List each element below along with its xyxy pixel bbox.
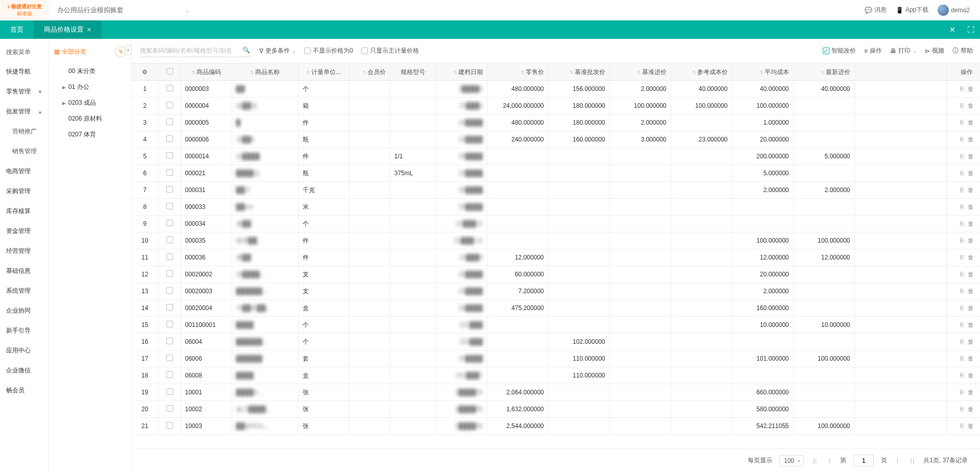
tree-node[interactable]: 0207 体育	[49, 127, 131, 143]
row-checkbox[interactable]	[158, 249, 181, 266]
row-checkbox[interactable]	[158, 283, 181, 300]
row-checkbox[interactable]	[158, 182, 181, 199]
table-row[interactable]: 10000003██个2████0480.000000156.0000002.0…	[132, 81, 980, 98]
delete-icon[interactable]: 🗑	[968, 186, 974, 194]
table-row[interactable]: 1200020002得████...支20████60.00000020.000…	[132, 266, 980, 283]
smart-price-toggle[interactable]: ✓智能改价	[823, 46, 856, 55]
sidebar-item[interactable]: 企业协同	[0, 301, 48, 321]
col-avgcost[interactable]: ⇅平均成本	[732, 64, 793, 81]
table-row[interactable]: 30000005█件20████480.000000180.0000002.00…	[132, 114, 980, 131]
copy-icon[interactable]: ⎘	[960, 102, 964, 109]
copy-icon[interactable]: ⎘	[960, 119, 964, 126]
sidebar-item[interactable]: 经营管理	[0, 241, 48, 261]
col-member[interactable]: ⇅会员价	[349, 64, 390, 81]
copy-icon[interactable]: ⎘	[960, 389, 964, 396]
table-row[interactable]: 1606004██████...个202███102.000000⎘🗑	[132, 334, 980, 350]
delete-icon[interactable]: 🗑	[968, 119, 974, 126]
table-row[interactable]: 1706006██████套20████110.000000101.000000…	[132, 350, 980, 367]
delete-icon[interactable]: 🗑	[968, 372, 974, 379]
row-checkbox[interactable]	[158, 165, 181, 182]
col-name[interactable]: ⇅商品名称	[232, 64, 298, 81]
row-checkbox[interactable]	[158, 114, 181, 131]
delete-icon[interactable]: 🗑	[968, 406, 974, 413]
tree-node[interactable]: ▶01 办公	[49, 79, 131, 95]
delete-icon[interactable]: 🗑	[968, 288, 974, 295]
sidebar-subitem[interactable]: 销售管理	[0, 141, 48, 161]
copy-icon[interactable]: ⎘	[960, 338, 964, 345]
table-row[interactable]: 2010002扬力████...张2████051,632.000000580.…	[132, 401, 980, 418]
sidebar-item[interactable]: 快捷导航	[0, 62, 48, 82]
price-table[interactable]: ⚙ ⇅商品编码 ⇅商品名称 ⇅计量单位... ⇅会员价 规格型号 ⇅建档日期 ⇅…	[132, 63, 980, 449]
delete-icon[interactable]: 🗑	[968, 170, 974, 177]
sidebar-item[interactable]: 应用中心	[0, 341, 48, 361]
copy-icon[interactable]: ⎘	[960, 304, 964, 312]
chevron-down-icon[interactable]: ⌄	[185, 7, 190, 14]
col-code[interactable]: ⇅商品编码	[181, 64, 232, 81]
table-row[interactable]: 10000035玻璃██件20███-13100.000000100.00000…	[132, 232, 980, 249]
collapse-tree-button[interactable]: «	[125, 45, 132, 55]
sidebar-item[interactable]: 系统管理	[0, 281, 48, 301]
print-button[interactable]: 🖶打印⌄	[890, 46, 917, 55]
row-checkbox[interactable]	[158, 334, 181, 350]
row-checkbox[interactable]	[158, 367, 181, 384]
copy-icon[interactable]: ⎘	[960, 321, 964, 328]
next-page-button[interactable]: ⟩	[894, 457, 901, 464]
delete-icon[interactable]: 🗑	[968, 203, 974, 210]
table-row[interactable]: 11000036测██件20███812.00000012.00000012.0…	[132, 249, 980, 266]
row-checkbox[interactable]	[158, 199, 181, 216]
copy-icon[interactable]: ⎘	[960, 237, 964, 244]
search-icon[interactable]: 🔍	[242, 46, 250, 54]
col-purchase[interactable]: ⇅基准进价	[609, 64, 671, 81]
delete-icon[interactable]: 🗑	[968, 102, 974, 109]
operations-menu[interactable]: ≡操作	[864, 46, 882, 55]
sidebar-item[interactable]: 企业微信	[0, 361, 48, 381]
copy-icon[interactable]: ⎘	[960, 271, 964, 278]
row-checkbox[interactable]	[158, 418, 181, 435]
table-row[interactable]: 50000014杜████件1/120████200.0000005.00000…	[132, 148, 980, 165]
sidebar-subitem[interactable]: 营销推广	[0, 122, 48, 141]
settings-column[interactable]: ⚙	[132, 64, 158, 81]
help-button[interactable]: ⓘ帮助	[952, 46, 973, 55]
table-row[interactable]: 9000034奥██个20███23⎘🗑	[132, 216, 980, 232]
sidebar-item[interactable]: 采购管理	[0, 181, 48, 201]
copy-icon[interactable]: ⎘	[960, 406, 964, 413]
tabs-close-all[interactable]: ✕	[943, 20, 962, 39]
row-checkbox[interactable]	[158, 300, 181, 317]
messages-button[interactable]: 💬消息	[865, 6, 887, 14]
row-checkbox[interactable]	[158, 232, 181, 249]
table-row[interactable]: 6000021████品瓶375mL20████5.000000⎘🗑	[132, 165, 980, 182]
tree-node[interactable]: 0206 原材料	[49, 111, 131, 127]
video-button[interactable]: ⊳视频	[925, 46, 944, 55]
hide-zero-checkbox[interactable]: 不显示价格为0	[304, 46, 353, 55]
prev-page-button[interactable]: ⟨	[826, 457, 833, 464]
col-date[interactable]: ⇅建档日期	[436, 64, 487, 81]
delete-icon[interactable]: 🗑	[968, 422, 974, 430]
tab-home[interactable]: 首页	[0, 20, 34, 39]
col-retail[interactable]: ⇅零售价	[487, 64, 548, 81]
delete-icon[interactable]: 🗑	[968, 355, 974, 362]
account-set-name[interactable]: 办公用品行业模拟账套	[57, 6, 124, 15]
table-row[interactable]: 1400020004中██笔██...盒20████475.200000160.…	[132, 300, 980, 317]
delete-icon[interactable]: 🗑	[968, 85, 974, 92]
tree-node[interactable]: ▶0203 成品	[49, 95, 131, 111]
select-all-column[interactable]	[158, 64, 181, 81]
delete-icon[interactable]: 🗑	[968, 136, 974, 143]
copy-icon[interactable]: ⎘	[960, 186, 964, 194]
tree-title[interactable]: ▦全部分类	[54, 48, 86, 56]
table-row[interactable]: 1806008████盒202███7110.000000⎘🗑	[132, 367, 980, 384]
table-row[interactable]: 40000006清██K瓶20████240.000000160.0000003…	[132, 131, 980, 148]
delete-icon[interactable]: 🗑	[968, 389, 974, 396]
table-row[interactable]: 15001100001████个202███10.00000010.000000…	[132, 317, 980, 334]
app-download-button[interactable]: 📱App下载	[896, 6, 928, 14]
delete-icon[interactable]: 🗑	[968, 153, 974, 160]
sidebar-item[interactable]: 库存核算	[0, 201, 48, 221]
first-page-button[interactable]: |⟨	[811, 457, 819, 464]
only-main-unit-checkbox[interactable]: 只显示主计量价格	[361, 46, 419, 55]
row-checkbox[interactable]	[158, 131, 181, 148]
row-checkbox[interactable]	[158, 317, 181, 334]
per-page-select[interactable]: 100	[779, 455, 804, 466]
row-checkbox[interactable]	[158, 216, 181, 232]
delete-icon[interactable]: 🗑	[968, 254, 974, 261]
row-checkbox[interactable]	[158, 148, 181, 165]
close-icon[interactable]: ✕	[87, 27, 91, 33]
